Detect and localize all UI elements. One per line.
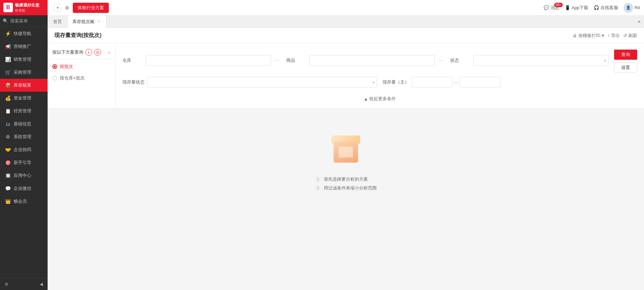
settings-btn[interactable]: 设置 bbox=[614, 62, 637, 73]
tab-home[interactable]: 首页 bbox=[48, 16, 68, 28]
print-icon: 🖨 bbox=[573, 33, 577, 38]
warehouse-more-btn[interactable]: ··· bbox=[274, 57, 281, 64]
query-btn[interactable]: 查询 bbox=[614, 50, 637, 60]
filter-option-warehouse-batch[interactable]: 按仓库+批次 bbox=[48, 72, 115, 84]
sidebar-item-inventory[interactable]: 📦 库存核算 bbox=[0, 79, 48, 92]
sidebar-item-basic[interactable]: 🗂 基础信息 bbox=[0, 117, 48, 130]
filter-main: 仓库 ··· 商品 ··· 状态 bbox=[116, 43, 644, 108]
close-side-icon: × bbox=[638, 19, 641, 24]
refresh-label: 刷新 bbox=[628, 33, 637, 39]
product-more-btn[interactable]: ··· bbox=[438, 57, 445, 64]
phone-icon: 📱 bbox=[565, 5, 570, 10]
sidebar-item-marketing[interactable]: 📢 营销推广 bbox=[0, 40, 48, 53]
sidebar-item-wechat[interactable]: 💬 企业微信 bbox=[0, 182, 48, 195]
online-service-btn[interactable]: 🎧 在线客服 bbox=[594, 5, 618, 11]
company-name: 畅康通好生意 bbox=[15, 3, 39, 8]
page-header: 现存量查询(按批次) 🖨 按模板打印 ▾ ↑ 导出 ↺ 刷新 bbox=[48, 28, 644, 43]
sidebar-item-label: 畅会员 bbox=[14, 198, 27, 204]
collapse-more-btn[interactable]: ▲ 收起更多条件 bbox=[364, 96, 396, 102]
tab-close-btn[interactable]: × bbox=[97, 19, 101, 24]
sidebar-item-sales[interactable]: 📊 销售管理 bbox=[0, 53, 48, 66]
inventory-qty-range: — bbox=[412, 77, 637, 88]
sidebar-search[interactable]: 🔍 搜索菜单 bbox=[0, 15, 48, 27]
tab-inventory-batch[interactable]: 库存批次账 × bbox=[68, 16, 106, 28]
target-icon: ◎ bbox=[96, 50, 99, 55]
filter-row-2: 现存量状态 ▾ 现存量（主） — bbox=[122, 77, 637, 88]
filter-option-batch[interactable]: 按批次 bbox=[48, 61, 115, 72]
add-scheme-btn[interactable]: + bbox=[85, 49, 92, 56]
sidebar-settings-btn[interactable]: ⚙ bbox=[5, 282, 9, 287]
marketing-icon: 📢 bbox=[5, 43, 11, 50]
tab-inventory-batch-label: 库存批次账 bbox=[72, 19, 95, 25]
collapse-up-icon: ▲ bbox=[364, 96, 368, 102]
print-dropdown-icon: ▾ bbox=[602, 33, 604, 38]
print-label: 按模板打印 bbox=[578, 33, 600, 39]
export-label: 导出 bbox=[611, 33, 620, 39]
scheme-settings-btn[interactable]: ◎ bbox=[94, 49, 101, 56]
sidebar-item-guide[interactable]: 🎯 新手引导 bbox=[0, 156, 48, 169]
tab-home-label: 首页 bbox=[53, 19, 62, 25]
filter-option-warehouse-batch-label: 按仓库+批次 bbox=[60, 75, 85, 81]
page-content: 现存量查询(按批次) 🖨 按模板打印 ▾ ↑ 导出 ↺ 刷新 bbox=[48, 28, 644, 290]
inventory-status-select-wrapper: ▾ bbox=[147, 77, 377, 88]
filter-row-1: 仓库 ··· 商品 ··· 状态 bbox=[122, 48, 637, 73]
sidebar-item-label: 基础信息 bbox=[14, 121, 31, 127]
inventory-qty-min-input[interactable] bbox=[412, 77, 453, 88]
sidebar-item-operation[interactable]: 📋 经营管理 bbox=[0, 105, 48, 117]
sidebar-item-purchase[interactable]: 🛒 采购管理 bbox=[0, 66, 48, 79]
filter-collapse-icon[interactable]: « bbox=[108, 50, 111, 55]
messages-btn[interactable]: 💬 消息 99+ bbox=[544, 5, 559, 11]
operation-icon: 📋 bbox=[5, 108, 11, 114]
tab-panel-close-btn[interactable]: × bbox=[634, 16, 644, 28]
sidebar-item-finance[interactable]: 💰 资金管理 bbox=[0, 92, 48, 105]
sidebar-item-label: 企业微信 bbox=[14, 185, 31, 192]
sidebar-item-shortcut[interactable]: ⚡ 快捷导航 bbox=[0, 27, 48, 40]
filter-action-btns: 查询 设置 bbox=[614, 48, 637, 73]
export-btn[interactable]: ↑ 导出 bbox=[608, 33, 620, 39]
app-download-btn[interactable]: 📱 App下载 bbox=[565, 5, 588, 11]
sidebar-item-system[interactable]: ⚙ 系统管理 bbox=[0, 130, 48, 143]
sidebar-item-apps[interactable]: 🔲 应用中心 bbox=[0, 169, 48, 182]
product-field: 商品 ··· bbox=[286, 55, 445, 66]
product-input[interactable] bbox=[309, 55, 435, 66]
nav-dropdown-btn[interactable]: ▾ bbox=[54, 4, 61, 12]
inventory-status-select[interactable] bbox=[147, 77, 377, 88]
trial-btn[interactable]: 体验行业方案 bbox=[73, 3, 109, 13]
page-title: 现存量查询(按批次) bbox=[54, 32, 102, 39]
refresh-btn[interactable]: ↺ 刷新 bbox=[623, 33, 637, 39]
topbar-nav: ▾ ⚙ 体验行业方案 bbox=[52, 3, 541, 13]
sidebar-item-label: 系统管理 bbox=[14, 134, 31, 140]
sidebar: B 畅康通好生意 标准版 🔍 搜索菜单 ⚡ 快捷导航 📢 营销推广 📊 销售管理… bbox=[0, 0, 48, 290]
sidebar-item-label: 采购管理 bbox=[14, 69, 31, 75]
topbar-gear-icon: ⚙ bbox=[65, 5, 69, 11]
print-btn[interactable]: 🖨 按模板打印 ▾ bbox=[573, 33, 604, 39]
topbar: ▾ ⚙ 体验行业方案 💬 消息 99+ 📱 App下载 🎧 在线客服 bbox=[48, 0, 644, 16]
filter-sidebar: 按以下方案查询 + ◎ « 按批次 按 bbox=[48, 43, 116, 108]
wechat-icon: 💬 bbox=[5, 185, 11, 192]
app-download-label: App下载 bbox=[572, 5, 588, 11]
status-label: 状态 bbox=[450, 57, 471, 64]
status-select[interactable] bbox=[473, 55, 609, 66]
collapse-icon: ◀ bbox=[40, 282, 43, 287]
topbar-settings-btn[interactable]: ⚙ bbox=[63, 4, 71, 12]
inventory-qty-label: 现存量（主） bbox=[383, 79, 409, 85]
sidebar-item-enterprise[interactable]: 🤝 企业协同 bbox=[0, 143, 48, 156]
refresh-icon: ↺ bbox=[623, 33, 627, 38]
empty-state: 1 请先选择要分析的方案 2 用过滤条件来缩小分析范围 bbox=[48, 108, 644, 218]
empty-hint-2: 2 用过滤条件来缩小分析范围 bbox=[315, 185, 377, 191]
range-separator: — bbox=[454, 80, 458, 85]
sidebar-item-label: 销售管理 bbox=[14, 56, 31, 62]
warehouse-input[interactable] bbox=[146, 55, 271, 66]
inventory-qty-max-input[interactable] bbox=[460, 77, 501, 88]
sidebar-item-member[interactable]: 👑 畅会员 bbox=[0, 195, 48, 208]
user-area[interactable]: 👤 Rit bbox=[624, 3, 640, 13]
radio-warehouse-batch bbox=[52, 76, 57, 80]
sidebar-item-label: 营销推广 bbox=[14, 43, 31, 50]
topbar-right: 💬 消息 99+ 📱 App下载 🎧 在线客服 👤 Rit bbox=[544, 3, 640, 13]
radio-batch bbox=[52, 64, 57, 69]
inventory-status-label: 现存量状态 bbox=[122, 79, 145, 85]
empty-hint-1: 1 请先选择要分析的方案 bbox=[315, 176, 377, 182]
collapse-more-label: 收起更多条件 bbox=[369, 96, 396, 102]
headset-icon: 🎧 bbox=[594, 5, 599, 10]
sidebar-collapse-btn[interactable]: ◀ bbox=[40, 282, 43, 287]
